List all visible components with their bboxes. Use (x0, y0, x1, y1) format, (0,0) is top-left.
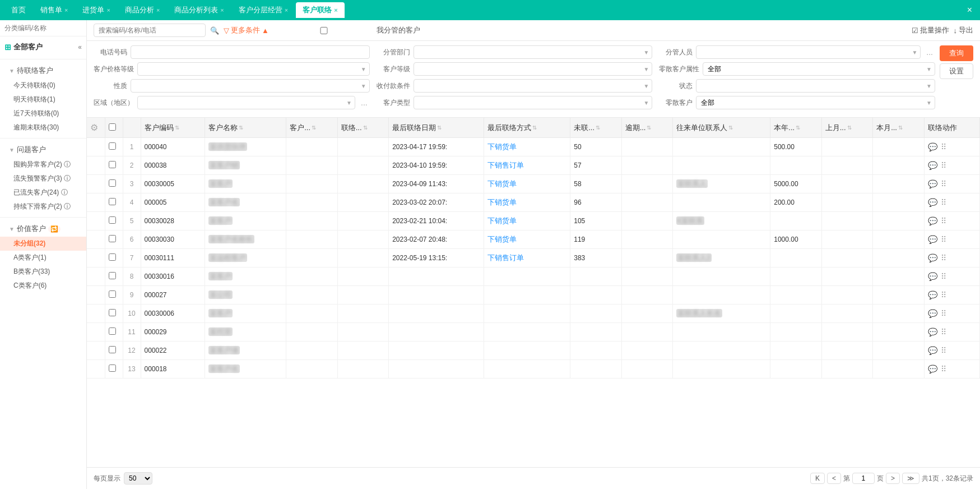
nature-select[interactable] (131, 79, 370, 93)
sidebar-item-churn-warn[interactable]: 流失预警客户(3) ⓘ (0, 172, 86, 186)
sidebar-problem-header[interactable]: ▼ 问题客户 (0, 142, 86, 158)
contact-icon[interactable]: 💬 (928, 365, 937, 373)
next-page-button[interactable]: > (886, 473, 900, 484)
contact-icon[interactable]: 💬 (928, 235, 937, 244)
more-action-icon[interactable]: ⠿ (941, 290, 946, 299)
row-checkbox[interactable] (109, 142, 116, 150)
th-last-month-sort[interactable]: ⇅ (847, 124, 852, 131)
sidebar-item-c-class[interactable]: C类客户(6) (0, 279, 86, 293)
th-name-sort[interactable]: ⇅ (239, 124, 243, 131)
more-action-icon[interactable]: ⠿ (941, 272, 946, 281)
sidebar-item-week[interactable]: 近7天待联络(0) (0, 107, 86, 121)
contact-method-link[interactable]: 下销货单 (487, 198, 517, 206)
tab-goods-analysis[interactable]: 商品分析 × (118, 2, 166, 18)
row-checkbox[interactable] (109, 161, 116, 168)
person-ellipsis[interactable]: ... (924, 48, 935, 57)
sidebar-item-b-class[interactable]: B类客户(33) (0, 265, 86, 279)
tab-customer-tier-close[interactable]: × (285, 7, 288, 13)
customer-type-select[interactable] (414, 96, 653, 109)
page-number-input[interactable] (852, 473, 875, 484)
more-action-icon[interactable]: ⠿ (941, 179, 946, 188)
sidebar-item-abnormal[interactable]: 囤购异常客户(2) ⓘ (0, 158, 86, 172)
row-checkbox[interactable] (109, 216, 116, 224)
tab-goods-list[interactable]: 商品分析列表 × (168, 2, 230, 18)
table-settings-icon[interactable]: ⚙ (90, 123, 98, 132)
th-unit-sort[interactable]: ⇅ (728, 124, 733, 131)
th-type-sort[interactable]: ⇅ (312, 124, 316, 131)
contact-method-link[interactable]: 下销售订单 (487, 253, 524, 262)
more-action-icon[interactable]: ⠿ (941, 198, 946, 207)
tab-customer-contact-close[interactable]: × (334, 7, 337, 13)
th-overdue-sort[interactable]: ⇅ (647, 124, 651, 131)
contact-icon[interactable]: 💬 (928, 161, 937, 170)
more-action-icon[interactable]: ⠿ (941, 253, 946, 262)
window-close-button[interactable]: × (964, 5, 976, 15)
th-contact-sort[interactable]: ⇅ (363, 124, 368, 131)
th-this-year-sort[interactable]: ⇅ (796, 124, 800, 131)
reset-button[interactable]: 设置 (940, 63, 973, 79)
row-checkbox[interactable] (109, 346, 116, 353)
contact-method-link[interactable]: 下销货单 (487, 142, 517, 151)
sidebar-all-customers[interactable]: ⊞ 全部客户 « (0, 39, 86, 56)
tab-sales-close[interactable]: × (64, 7, 68, 13)
contact-icon[interactable]: 💬 (928, 272, 937, 281)
contact-icon[interactable]: 💬 (928, 198, 937, 207)
my-customers-check[interactable] (273, 27, 374, 34)
contact-icon[interactable]: 💬 (928, 290, 937, 299)
dept-select[interactable] (414, 45, 653, 59)
sidebar-item-a-class[interactable]: A类客户(1) (0, 251, 86, 265)
row-checkbox[interactable] (109, 272, 116, 279)
sidebar-pending-header[interactable]: ▼ 待联络客户 (0, 63, 86, 79)
region-select[interactable] (137, 96, 355, 109)
row-checkbox[interactable] (109, 235, 116, 242)
tab-goods-list-close[interactable]: × (220, 7, 224, 13)
th-this-month-sort[interactable]: ⇅ (898, 124, 903, 131)
status-select[interactable] (696, 79, 935, 93)
region-ellipsis[interactable]: ... (359, 98, 370, 107)
scatter-select[interactable]: 全部 (696, 96, 935, 109)
my-customers-checkbox[interactable]: 我分管的客户 (273, 25, 420, 35)
sidebar-value-header[interactable]: ▼ 价值客户 🔁 (0, 221, 86, 237)
phone-input[interactable] (131, 45, 370, 59)
row-checkbox[interactable] (109, 179, 116, 187)
price-tier-select[interactable] (137, 62, 370, 76)
sidebar-item-overdue[interactable]: 逾期未联络(30) (0, 121, 86, 135)
payment-select[interactable] (414, 79, 653, 93)
sidebar-item-tomorrow[interactable]: 明天待联络(1) (0, 93, 86, 107)
contact-icon[interactable]: 💬 (928, 309, 937, 318)
sidebar-item-churned[interactable]: 已流失客户(24) ⓘ (0, 186, 86, 200)
prev-page-button[interactable]: < (827, 473, 841, 484)
contact-method-link[interactable]: 下销货单 (487, 216, 517, 225)
contact-icon[interactable]: 💬 (928, 346, 937, 355)
more-action-icon[interactable]: ⠿ (941, 142, 946, 151)
page-size-select[interactable]: 50 100 200 (124, 472, 152, 485)
contact-icon[interactable]: 💬 (928, 216, 937, 225)
batch-operation-button[interactable]: ☑ 批量操作 (912, 25, 949, 35)
row-checkbox[interactable] (109, 253, 116, 261)
tab-sales[interactable]: 销售单 × (34, 2, 75, 18)
tab-customer-contact[interactable]: 客户联络 × (296, 2, 344, 18)
more-action-icon[interactable]: ⠿ (941, 365, 946, 373)
tab-purchase[interactable]: 进货单 × (76, 2, 117, 18)
person-select[interactable] (696, 45, 921, 59)
tab-customer-tier[interactable]: 客户分层经营 × (232, 2, 295, 18)
contact-icon[interactable]: 💬 (928, 253, 937, 262)
contact-method-link[interactable]: 下销售订单 (487, 161, 524, 169)
tab-home[interactable]: 首页 (4, 2, 32, 18)
tab-goods-analysis-close[interactable]: × (156, 7, 160, 13)
contact-icon[interactable]: 💬 (928, 327, 937, 336)
more-action-icon[interactable]: ⠿ (941, 216, 946, 225)
tab-purchase-close[interactable]: × (106, 7, 110, 13)
customer-tier-select[interactable] (414, 62, 653, 76)
search-input[interactable] (94, 24, 206, 37)
sidebar-item-declining[interactable]: 持续下滑客户(2) ⓘ (0, 200, 86, 214)
select-all-checkbox[interactable] (109, 123, 116, 131)
export-button[interactable]: ↓ 导出 (954, 25, 974, 35)
last-page-button[interactable]: ≫ (902, 473, 919, 484)
filter-search-icon[interactable]: 🔍 (210, 26, 219, 35)
row-checkbox[interactable] (109, 198, 116, 205)
more-action-icon[interactable]: ⠿ (941, 161, 946, 170)
contact-method-link[interactable]: 下销货单 (487, 179, 517, 188)
row-checkbox[interactable] (109, 309, 116, 316)
more-action-icon[interactable]: ⠿ (941, 235, 946, 244)
